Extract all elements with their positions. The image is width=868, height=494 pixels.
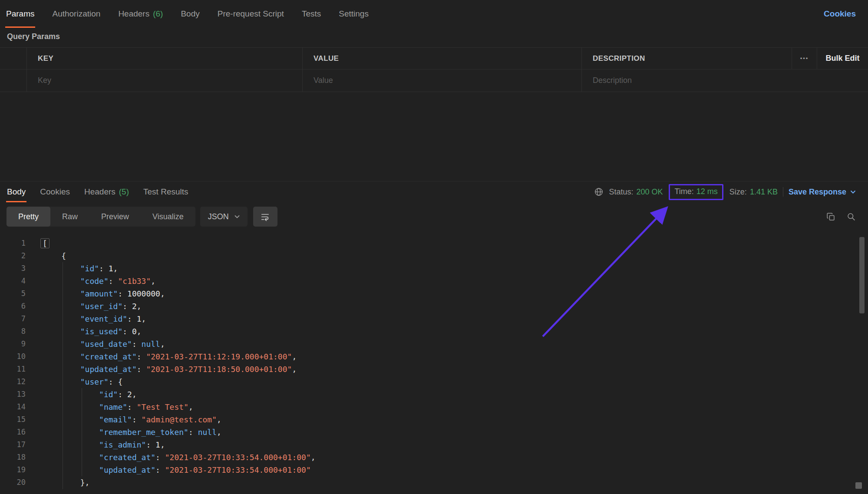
response-meta: Status: 200 OK Time: 12 ms Size: 1.41 KB… (594, 184, 856, 200)
vertical-scrollbar[interactable] (859, 237, 865, 313)
request-pane: Params Authorization Headers (6) Body Pr… (0, 0, 868, 92)
line-number: 10 (0, 350, 26, 363)
cookies-link[interactable]: Cookies (824, 9, 856, 19)
line-number: 13 (0, 388, 26, 401)
response-tab-bar: Body Cookies Headers (5) Test Results S (0, 181, 868, 202)
status-label: Status: (609, 188, 633, 197)
globe-icon[interactable] (594, 187, 604, 197)
line-number: 14 (0, 401, 26, 413)
code-line: 6 "user_id": 2, (0, 300, 868, 313)
code-line: 17 "is_admin": 1, (0, 438, 868, 451)
tab-label: Authorization (52, 9, 100, 19)
code-line: 13 "id": 2, (0, 388, 868, 401)
save-response-button[interactable]: Save Response (789, 188, 856, 197)
postman-app: Params Authorization Headers (6) Body Pr… (0, 0, 868, 494)
chevron-down-icon (850, 190, 856, 194)
status-value: 200 OK (636, 188, 663, 197)
wrap-text-button[interactable] (253, 207, 277, 227)
status-badge: Status: 200 OK (609, 188, 663, 197)
code-line: 15 "email": "admin@test.com", (0, 413, 868, 426)
tab-label: Body (7, 187, 26, 197)
code-line: 8 "is_used": 0, (0, 325, 868, 338)
view-mode-switcher: Pretty Raw Preview Visualize (7, 207, 195, 227)
line-number: 18 (0, 451, 26, 464)
line-number: 1 (0, 237, 26, 250)
tab-authorization[interactable]: Authorization (52, 0, 100, 28)
response-tab-cookies[interactable]: Cookies (40, 181, 70, 202)
code-line: 2 { (0, 250, 868, 262)
request-tab-bar: Params Authorization Headers (6) Body Pr… (0, 0, 868, 28)
line-number: 17 (0, 438, 26, 451)
line-number: 19 (0, 464, 26, 476)
indent-guide (82, 388, 82, 476)
scroll-corner-handle[interactable] (855, 482, 862, 489)
bulk-edit-label: Bulk Edit (825, 54, 859, 63)
line-number: 15 (0, 413, 26, 426)
view-visualize[interactable]: Visualize (141, 207, 195, 227)
tab-settings[interactable]: Settings (339, 0, 369, 28)
search-icon[interactable] (847, 212, 856, 221)
code-line: 14 "name": "Test Test", (0, 401, 868, 413)
code-line: 12 "user": { (0, 375, 868, 388)
tab-pre-request-script[interactable]: Pre-request Script (218, 0, 284, 28)
view-preview[interactable]: Preview (89, 207, 141, 227)
line-number: 5 (0, 287, 26, 300)
tab-label: Cookies (40, 187, 70, 197)
response-tab-headers[interactable]: Headers (5) (84, 181, 129, 202)
param-description-cell (581, 69, 868, 92)
response-tab-body[interactable]: Body (7, 181, 26, 202)
code-line: 4 "code": "c1b33", (0, 275, 868, 287)
tab-label: Body (181, 9, 199, 19)
response-body-viewer[interactable]: 1[2 {3 "id": 1,4 "code": "c1b33",5 "amou… (0, 234, 868, 494)
column-header-key: KEY (26, 48, 302, 69)
bulk-edit-button[interactable]: Bulk Edit (817, 48, 868, 69)
line-number: 6 (0, 300, 26, 313)
line-number: 12 (0, 375, 26, 388)
time-value: 12 ms (696, 187, 718, 196)
language-dropdown[interactable]: JSON (200, 207, 248, 227)
tab-tests[interactable]: Tests (302, 0, 321, 28)
param-key-input[interactable] (38, 76, 281, 85)
tab-params[interactable]: Params (6, 0, 34, 28)
response-tab-test-results[interactable]: Test Results (143, 181, 188, 202)
column-header-value: VALUE (302, 48, 581, 69)
line-number: 3 (0, 262, 26, 275)
copy-icon[interactable] (826, 212, 835, 221)
annotation-highlight-box: Time: 12 ms (669, 184, 723, 200)
more-options-button[interactable]: ••• (792, 48, 817, 69)
code-line: 19 "updated_at": "2021-03-27T10:33:54.00… (0, 464, 868, 476)
code-line: 20 }, (0, 476, 868, 489)
query-params-title: Query Params (7, 32, 868, 41)
line-number: 2 (0, 250, 26, 262)
row-handle-cell (0, 69, 26, 92)
line-number: 11 (0, 363, 26, 375)
view-raw[interactable]: Raw (50, 207, 89, 227)
divider (783, 187, 783, 197)
line-number: 16 (0, 426, 26, 438)
response-pane: Body Cookies Headers (5) Test Results S (0, 181, 868, 494)
param-value-input[interactable] (314, 76, 560, 85)
code-line: 9 "used_date": null, (0, 338, 868, 350)
tab-label: Params (6, 9, 34, 19)
size-label: Size: (729, 188, 747, 197)
tab-label: Settings (339, 9, 369, 19)
tab-label: Pre-request Script (218, 9, 284, 19)
tab-headers[interactable]: Headers (6) (118, 0, 163, 28)
param-description-input[interactable] (593, 76, 846, 85)
response-toolbar: Pretty Raw Preview Visualize JSON (0, 207, 868, 227)
code-line: 5 "amount": 1000000, (0, 287, 868, 300)
indent-guide (63, 262, 63, 489)
code-line: 1[ (0, 237, 868, 250)
code-line: 10 "created_at": "2021-03-27T11:12:19.00… (0, 350, 868, 363)
row-handle-cell (0, 48, 26, 69)
tab-label: Tests (302, 9, 321, 19)
tab-label: Headers (118, 9, 149, 19)
tab-label: Test Results (143, 187, 188, 197)
tab-count: (6) (153, 9, 163, 19)
tab-body[interactable]: Body (181, 0, 199, 28)
time-label: Time: (674, 187, 693, 196)
line-number: 7 (0, 313, 26, 325)
wrap-text-icon (260, 212, 270, 222)
view-pretty[interactable]: Pretty (7, 207, 50, 227)
code-line: 11 "updated_at": "2021-03-27T11:18:50.00… (0, 363, 868, 375)
